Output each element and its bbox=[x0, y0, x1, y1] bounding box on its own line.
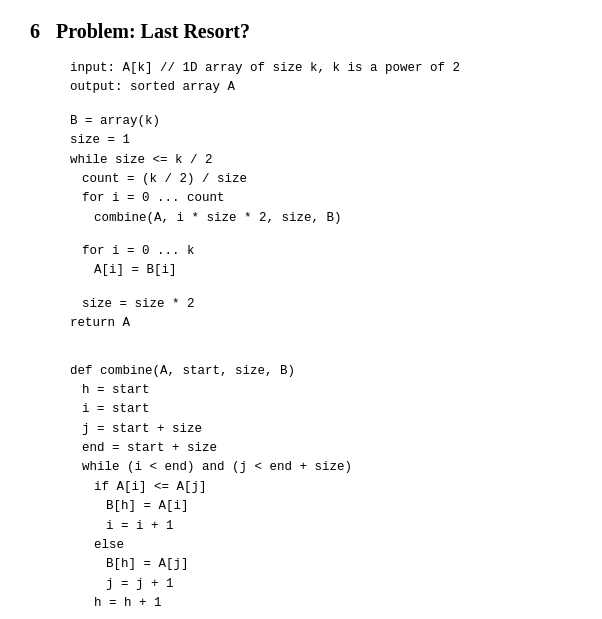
line-for-i-k: for i = 0 ... k bbox=[70, 242, 572, 261]
combine-while: while (i < end) and (j < end + size) bbox=[70, 458, 572, 477]
combine-j: j = start + size bbox=[70, 420, 572, 439]
combine-j-inc: j = j + 1 bbox=[70, 575, 572, 594]
combine-bh-ai: B[h] = A[i] bbox=[70, 497, 572, 516]
line-assign-a: A[i] = B[i] bbox=[70, 261, 572, 280]
section-title: Problem: Last Resort? bbox=[56, 20, 250, 43]
page-container: 6 Problem: Last Resort? input: A[k] // 1… bbox=[30, 20, 572, 619]
section-number: 6 bbox=[30, 20, 40, 43]
line-count: count = (k / 2) / size bbox=[70, 170, 572, 189]
line-while-size: while size <= k / 2 bbox=[70, 151, 572, 170]
combine-i: i = start bbox=[70, 400, 572, 419]
output-desc: output: sorted array A bbox=[70, 78, 572, 97]
line-size-update: size = size * 2 bbox=[70, 295, 572, 314]
line-b-array: B = array(k) bbox=[70, 112, 572, 131]
line-return: return A bbox=[70, 314, 572, 333]
combine-bh-aj: B[h] = A[j] bbox=[70, 555, 572, 574]
code-area: input: A[k] // 1D array of size k, k is … bbox=[70, 59, 572, 619]
line-size-init: size = 1 bbox=[70, 131, 572, 150]
line-combine: combine(A, i * size * 2, size, B) bbox=[70, 209, 572, 228]
line-for-i-count: for i = 0 ... count bbox=[70, 189, 572, 208]
combine-def: def combine(A, start, size, B) bbox=[70, 362, 572, 381]
combine-i-inc: i = i + 1 bbox=[70, 517, 572, 536]
combine-if: if A[i] <= A[j] bbox=[70, 478, 572, 497]
combine-end: end = start + size bbox=[70, 439, 572, 458]
combine-h: h = start bbox=[70, 381, 572, 400]
input-desc: input: A[k] // 1D array of size k, k is … bbox=[70, 59, 572, 78]
page-title: 6 Problem: Last Resort? bbox=[30, 20, 572, 43]
combine-else: else bbox=[70, 536, 572, 555]
combine-h-inc: h = h + 1 bbox=[70, 594, 572, 613]
